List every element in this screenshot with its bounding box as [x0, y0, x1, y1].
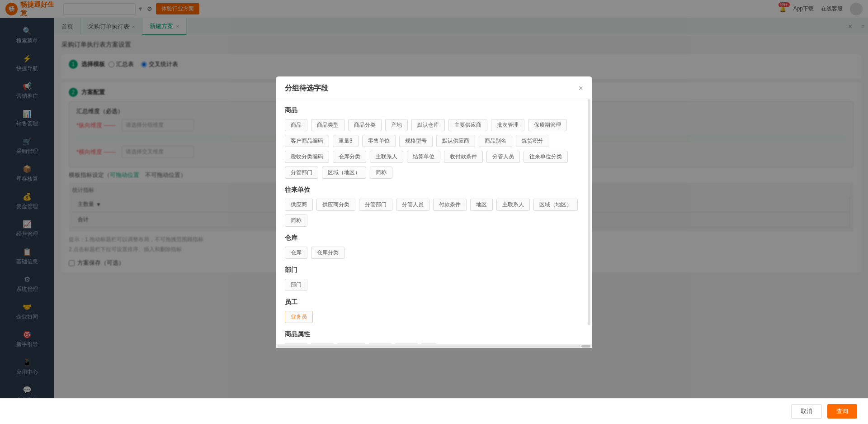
field-group-product-title: 商品	[285, 106, 583, 114]
app-container: 畅 畅捷通好生意 ▼ ⚙ 体验行业方案 🔔 99+ App下载 在线客服	[0, 0, 868, 424]
field-tag-pay-terms[interactable]: 付款条件	[433, 199, 467, 211]
field-tag-payment-terms[interactable]: 收付款条件	[444, 151, 483, 163]
field-tag-supplier[interactable]: 供应商	[285, 199, 313, 211]
field-tag-partner-region[interactable]: 区域（地区）	[533, 199, 578, 211]
field-tag-default-warehouse[interactable]: 默认仓库	[411, 119, 445, 131]
field-tag-shelf-life[interactable]: 保质期管理	[528, 119, 567, 131]
field-tags-product: 商品 商品类型 商品分类 产地 默认仓库 主要供应商 批次管理 保质期管理 客户…	[285, 119, 583, 179]
field-tag-default-supplier[interactable]: 默认供应商	[436, 135, 475, 147]
field-tag-department[interactable]: 部门	[285, 279, 307, 291]
modal-body: 商品 商品 商品类型 商品分类 产地 默认仓库 主要供应商 批次管理 保质期管理…	[276, 99, 592, 344]
field-tag-dept[interactable]: 分管部门	[285, 167, 318, 179]
field-group-warehouse-title: 仓库	[285, 234, 583, 242]
field-tag-refine-points[interactable]: 炼货积分	[516, 135, 549, 147]
field-tag-weight3[interactable]: 重量3	[333, 135, 359, 147]
field-group-employee: 员工 业务员	[285, 298, 583, 323]
field-group-warehouse: 仓库 仓库 仓库分类	[285, 234, 583, 259]
field-tag-partner-contact[interactable]: 主联系人	[496, 199, 530, 211]
modal-scrollbar[interactable]	[588, 99, 590, 325]
field-tag-warehouse-category[interactable]: 仓库分类	[311, 247, 344, 259]
field-tag-product-category[interactable]: 商品分类	[348, 119, 382, 131]
field-tag-partner-cat[interactable]: 往来单位分类	[524, 151, 568, 163]
modal-close-button[interactable]: ×	[578, 84, 583, 93]
field-tag-warehouse-cat[interactable]: 仓库分类	[333, 151, 366, 163]
field-tag-partner-dept[interactable]: 分管部门	[359, 199, 392, 211]
field-tag-short-name[interactable]: 简称	[370, 167, 392, 179]
field-tag-supervisor[interactable]: 分管人员	[486, 151, 520, 163]
modal: 分组待选字段 × 商品 商品 商品类型 商品分类 产地 默认仓库 主要供应商 批…	[276, 76, 592, 348]
field-tag-partner-short[interactable]: 简称	[285, 214, 307, 227]
field-tag-customer-code[interactable]: 客户商品编码	[285, 135, 329, 147]
field-tag-region[interactable]: 区域（地区）	[322, 167, 366, 179]
bottom-actions: 取消 查询	[0, 398, 868, 424]
field-tag-retail-unit[interactable]: 零售单位	[362, 135, 396, 147]
modal-hscrollbar[interactable]	[276, 344, 592, 348]
field-group-employee-title: 员工	[285, 298, 583, 306]
field-group-partner-title: 往来单位	[285, 186, 583, 194]
field-tags-warehouse: 仓库 仓库分类	[285, 247, 583, 259]
confirm-button[interactable]: 查询	[827, 404, 857, 419]
field-tags-partner: 供应商 供应商分类 分管部门 分管人员 付款条件 地区 主联系人 区域（地区） …	[285, 199, 583, 227]
field-tag-product-alias[interactable]: 商品别名	[479, 135, 512, 147]
cancel-button[interactable]: 取消	[791, 404, 822, 419]
field-tag-origin[interactable]: 产地	[385, 119, 408, 131]
modal-overlay: 分组待选字段 × 商品 商品 商品类型 商品分类 产地 默认仓库 主要供应商 批…	[0, 0, 868, 424]
modal-header: 分组待选字段 ×	[276, 76, 592, 99]
field-tag-product-type[interactable]: 商品类型	[311, 119, 344, 131]
field-tag-warehouse[interactable]: 仓库	[285, 247, 307, 259]
field-tag-supplier-cat[interactable]: 供应商分类	[316, 199, 355, 211]
field-tag-area[interactable]: 地区	[470, 199, 493, 211]
field-tags-department: 部门	[285, 279, 583, 291]
field-group-product: 商品 商品 商品类型 商品分类 产地 默认仓库 主要供应商 批次管理 保质期管理…	[285, 106, 583, 179]
field-group-department: 部门 部门	[285, 266, 583, 291]
field-tag-partner-supervisor[interactable]: 分管人员	[396, 199, 429, 211]
field-group-product-attr: 商品属性 属性 颜色 多规格 尺码 鞋码 1	[285, 330, 583, 344]
field-tag-settlement-unit[interactable]: 结算单位	[407, 151, 440, 163]
modal-title: 分组待选字段	[285, 84, 328, 93]
field-group-partner: 往来单位 供应商 供应商分类 分管部门 分管人员 付款条件 地区 主联系人 区域…	[285, 186, 583, 227]
field-tag-spec-model[interactable]: 规格型号	[399, 135, 433, 147]
field-tag-salesperson[interactable]: 业务员	[285, 311, 313, 323]
field-group-department-title: 部门	[285, 266, 583, 274]
field-tag-batch-mgmt[interactable]: 批次管理	[491, 119, 524, 131]
field-tag-main-supplier[interactable]: 主要供应商	[448, 119, 487, 131]
field-tags-employee: 业务员	[285, 311, 583, 323]
field-group-product-attr-title: 商品属性	[285, 330, 583, 338]
field-tag-tax-code[interactable]: 税收分类编码	[285, 151, 329, 163]
field-tag-main-contact[interactable]: 主联系人	[370, 151, 403, 163]
field-tag-product[interactable]: 商品	[285, 119, 307, 131]
